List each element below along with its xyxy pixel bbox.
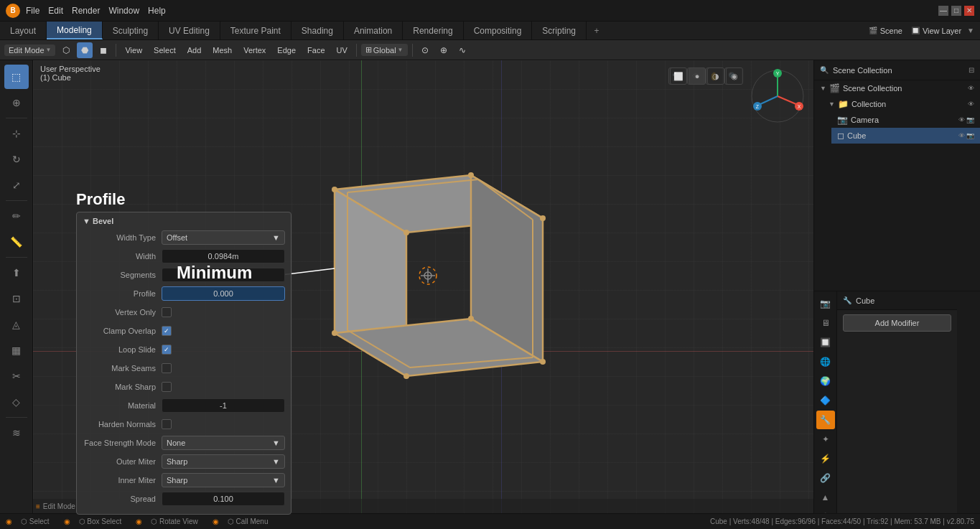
tab-layout[interactable]: Layout <box>0 22 47 39</box>
call-menu-label: ⬡ Call Menu <box>228 518 269 525</box>
collection-item[interactable]: ▼ 📁 Collection 👁 <box>823 96 980 112</box>
loop-cut-tool-btn[interactable]: ▦ <box>4 338 29 362</box>
scene-collection-label: Scene Collection <box>843 84 902 93</box>
vertex-menu[interactable]: Vertex <box>239 45 270 56</box>
harden-normals-checkbox[interactable] <box>162 419 172 429</box>
tab-compositing[interactable]: Compositing <box>464 22 533 39</box>
clamp-overlap-checkbox[interactable]: ✓ <box>162 326 172 336</box>
edge-menu[interactable]: Edge <box>273 45 300 56</box>
tab-rendering[interactable]: Rendering <box>403 22 463 39</box>
menu-render[interactable]: Render <box>72 6 100 16</box>
tab-uv-editing[interactable]: UV Editing <box>159 22 220 39</box>
bevel-tool-btn[interactable]: ◬ <box>4 312 29 337</box>
data-props-tab[interactable]: ▲ <box>816 488 835 507</box>
view-layer-name[interactable]: View Layer <box>923 27 961 35</box>
menu-edit[interactable]: Edit <box>48 6 63 16</box>
output-props-tab[interactable]: 🖥 <box>816 314 835 332</box>
properties-area: 📷 🖥 🔲 🌐 🌍 🔷 🔧 ✦ ⚡ 🔗 ▲ ⬤ 🔧 Cube <box>813 291 980 529</box>
tab-modeling[interactable]: Modeling <box>47 22 103 39</box>
poly-build-btn[interactable]: ◇ <box>4 390 29 414</box>
uv-menu[interactable]: UV <box>332 45 352 56</box>
shading-buttons: ⬜ ● ◑ ◉ <box>670 67 743 85</box>
view-menu[interactable]: View <box>121 45 146 56</box>
material-value[interactable]: -1 <box>162 398 285 413</box>
annotate-tool-btn[interactable]: ✏ <box>4 204 29 228</box>
menu-file[interactable]: File <box>26 6 39 16</box>
tab-shading[interactable]: Shading <box>291 22 344 39</box>
loop-slide-checkbox[interactable]: ✓ <box>162 345 172 355</box>
particles-props-tab[interactable]: ✦ <box>816 430 835 449</box>
close-button[interactable]: ✕ <box>964 6 974 16</box>
transform-orientation-dropdown[interactable]: ⊞ Global ▼ <box>361 44 408 56</box>
cube-visibility-icon[interactable]: 👁 <box>958 132 965 139</box>
extrude-tool-btn[interactable]: ⬆ <box>4 261 29 285</box>
camera-item[interactable]: 📷 Camera 👁 📷 <box>831 112 980 128</box>
add-menu[interactable]: Add <box>183 45 206 56</box>
render-props-tab[interactable]: 📷 <box>816 294 835 313</box>
menu-window[interactable]: Window <box>108 6 139 16</box>
inset-tool-btn[interactable]: ⊡ <box>4 286 29 311</box>
add-workspace-button[interactable]: + <box>587 22 607 39</box>
tab-scripting[interactable]: Scripting <box>532 22 587 39</box>
add-modifier-button[interactable]: Add Modifier <box>843 314 951 332</box>
spread-value[interactable]: 0.100 <box>162 492 285 506</box>
tab-animation[interactable]: Animation <box>344 22 403 39</box>
edge-select-btn[interactable]: ⬣ <box>77 42 93 58</box>
scene-props-tab[interactable]: 🌐 <box>816 352 835 371</box>
inner-miter-dropdown[interactable]: Sharp ▼ <box>162 473 285 487</box>
tab-texture-paint[interactable]: Texture Paint <box>220 22 291 39</box>
view-layer-props-tab[interactable]: 🔲 <box>816 333 835 352</box>
physics-props-tab[interactable]: ⚡ <box>816 449 835 468</box>
snap-btn[interactable]: ⊕ <box>436 42 452 58</box>
object-props-tab[interactable]: 🔷 <box>816 391 835 410</box>
modifier-props-tab[interactable]: 🔧 <box>816 411 835 429</box>
rendered-btn[interactable]: ◉ <box>726 67 743 85</box>
scene-collection-visibility-icon[interactable]: 👁 <box>968 85 974 92</box>
proportional-edit-btn2[interactable]: ∿ <box>454 42 470 58</box>
camera-render-icon[interactable]: 📷 <box>966 116 974 123</box>
cube-render-icon[interactable]: 📷 <box>966 132 974 139</box>
scale-tool-btn[interactable]: ⤢ <box>4 173 29 197</box>
move-tool-btn[interactable]: ⊹ <box>4 121 29 146</box>
cursor-tool-btn[interactable]: ⊕ <box>4 90 29 115</box>
width-value[interactable]: 0.0984m <box>162 249 285 263</box>
mesh-menu[interactable]: Mesh <box>208 45 236 56</box>
scene-collection-item[interactable]: ▼ 🎬 Scene Collection 👁 <box>814 80 980 96</box>
outliner-filter-icon[interactable]: ⊟ <box>969 66 974 74</box>
measure-tool-btn[interactable]: 📏 <box>4 230 29 254</box>
world-props-tab[interactable]: 🌍 <box>816 372 835 390</box>
menu-help[interactable]: Help <box>148 6 166 16</box>
select-menu[interactable]: Select <box>149 45 180 56</box>
profile-value[interactable]: 0.000 <box>162 286 285 301</box>
knife-tool-btn[interactable]: ✂ <box>4 364 29 388</box>
mode-dropdown[interactable]: Edit Mode ▼ <box>4 45 55 56</box>
cube-controls: 👁 📷 <box>958 132 974 139</box>
minimize-button[interactable]: — <box>938 6 948 16</box>
outliner-title: Scene Collection <box>833 66 892 75</box>
tab-sculpting[interactable]: Sculpting <box>103 22 159 39</box>
material-preview-btn[interactable]: ◑ <box>707 67 724 85</box>
scene-name[interactable]: Scene <box>880 27 902 35</box>
width-type-dropdown[interactable]: Offset ▼ <box>162 230 285 245</box>
outer-miter-dropdown[interactable]: Sharp ▼ <box>162 454 285 469</box>
face-strength-dropdown[interactable]: None ▼ <box>162 436 285 450</box>
wireframe-btn[interactable]: ⬜ <box>670 67 687 85</box>
face-menu[interactable]: Face <box>303 45 329 56</box>
segments-value[interactable]: Minimum <box>162 268 285 282</box>
collection-visibility-icon[interactable]: 👁 <box>968 100 974 108</box>
rotate-tool-btn[interactable]: ↻ <box>4 147 29 172</box>
select-tool-btn[interactable]: ⬚ <box>4 65 29 89</box>
maximize-button[interactable]: □ <box>951 6 961 16</box>
camera-visibility-icon[interactable]: 👁 <box>958 116 965 123</box>
vertex-select-btn[interactable]: ⬡ <box>58 42 74 58</box>
cube-item[interactable]: ◻ Cube 👁 📷 <box>831 128 980 144</box>
mark-seams-checkbox[interactable] <box>162 363 172 373</box>
constraints-props-tab[interactable]: 🔗 <box>816 469 835 487</box>
vertex-only-checkbox[interactable] <box>162 307 172 317</box>
viewport[interactable]: User Perspective (1) Cube <box>33 60 813 529</box>
solid-btn[interactable]: ● <box>689 67 706 85</box>
mark-sharp-checkbox[interactable] <box>162 382 172 392</box>
proportional-edit-btn[interactable]: ⊙ <box>417 42 433 58</box>
face-select-btn[interactable]: ◼ <box>95 42 111 58</box>
smooth-btn[interactable]: ≋ <box>4 421 29 445</box>
